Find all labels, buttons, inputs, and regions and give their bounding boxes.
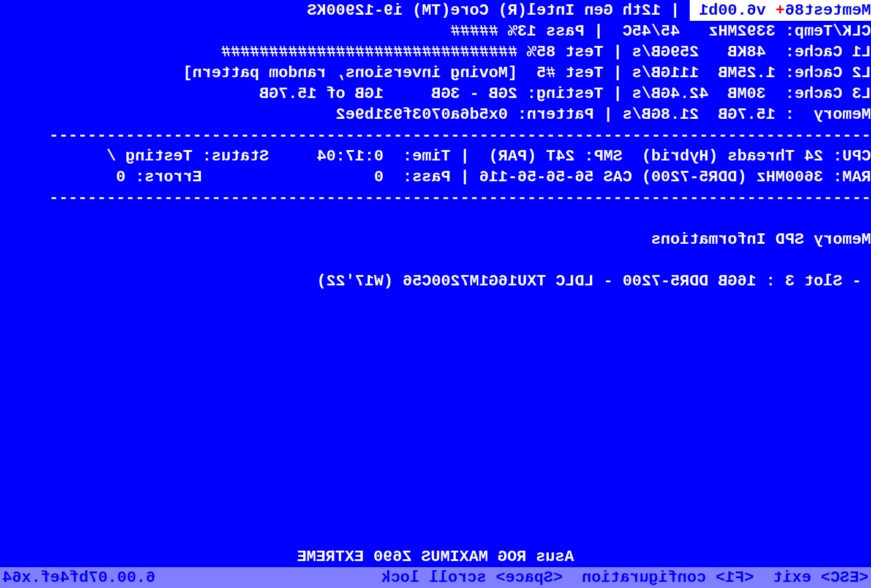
l1-speed: 259GB/s: [632, 43, 699, 61]
footer-shortcuts: <ESC> exit <F1> configuration <Space> sc…: [381, 567, 869, 588]
blank-line: [0, 208, 871, 229]
pass-label: Pass: [546, 22, 584, 40]
memtest-screen: Memtest86+ v6.00b1 | 12th Gen Intel(R) C…: [0, 0, 871, 588]
memory-label: Memory :: [785, 105, 871, 124]
l3-range: 2GB - 3GB: [431, 85, 517, 103]
l1-test-label: Test: [565, 43, 603, 61]
l3-cache-line: L3 Cache: 30MB 42.4GB/s | Testing: 2GB -…: [0, 83, 871, 104]
clk-temp-label: CLK/Temp:: [785, 22, 871, 40]
header-line: Memtest86+ v6.00b1 | 12th Gen Intel(R) C…: [0, 0, 871, 21]
pass-bar: #####: [450, 22, 498, 40]
cpu-name: 12th Gen Intel(R) Core(TM) i9-12900KS: [307, 1, 660, 20]
app-name: Memtest86: [785, 1, 871, 20]
clk-temp-line: CLK/Temp: 3392MHz 45/45C | Pass 13% ####…: [0, 21, 871, 42]
app-version: v6.00b1: [699, 1, 775, 20]
spd-title: Memory SPD Informations: [0, 229, 871, 250]
l3-testing-label: Testing:: [527, 85, 603, 103]
cpu-status-line: CPU: 24 Threads (Hybrid) SMP: 24T (PAR) …: [0, 146, 871, 167]
l2-test-label: Test #5: [537, 64, 603, 82]
l3-speed: 42.4GB/s: [632, 85, 709, 103]
pattern-label: Pattern:: [518, 105, 594, 124]
text-content: Memtest86+ v6.00b1 | 12th Gen Intel(R) C…: [0, 0, 871, 292]
motherboard-line: Asus ROG MAXIMUS Z690 EXTREME: [0, 546, 871, 567]
hr-1: ----------------------------------------…: [0, 125, 871, 146]
ram-status-line: RAM: 3600MHz (DDR5-7200) CAS 56-56-56-11…: [0, 167, 871, 187]
app-title-banner: Memtest86+ v6.00b1: [690, 0, 871, 21]
memory-size: 15.7GB: [718, 105, 775, 124]
l3-label: L3 Cache:: [785, 85, 871, 103]
l3-of: 1GB of 15.7GB: [259, 85, 383, 103]
plus-icon: +: [775, 1, 785, 20]
divider: |: [661, 1, 690, 20]
footer-bar: <ESC> exit <F1> configuration <Space> sc…: [0, 567, 871, 588]
l2-speed: 111GB/s: [632, 64, 699, 82]
l2-label: L2 Cache:: [785, 64, 871, 82]
l1-label: L1 Cache:: [785, 43, 871, 61]
l2-cache-line: L2 Cache: 1.25MB 111GB/s | Test #5 [Movi…: [0, 62, 871, 83]
temp-value: 45/45C: [622, 22, 680, 40]
spd-slot-3: - Slot 3 : 16GB DDR5-7200 - LDLC TXU16G1…: [0, 271, 871, 292]
pattern-value: 0x5d6a0703f931b9e2: [336, 105, 508, 124]
hr-2: ----------------------------------------…: [0, 187, 871, 208]
l1-size: 48KB: [728, 43, 766, 61]
l1-bar: ###############################: [221, 43, 518, 61]
blank-line: [0, 250, 871, 271]
l3-size: 30MB: [728, 85, 766, 103]
clk-value: 3392MHz: [709, 22, 775, 40]
memory-speed: 21.8GB/s: [622, 105, 699, 124]
l2-size: 1.25MB: [718, 64, 775, 82]
l2-test-desc: [Moving inversions, random pattern]: [183, 64, 518, 82]
pass-pct: 13%: [508, 22, 537, 40]
l1-test-pct: 85%: [527, 43, 556, 61]
footer-build: 6.00.07bf4ef.x64: [2, 567, 156, 588]
memory-line: Memory : 15.7GB 21.8GB/s | Pattern: 0x5d…: [0, 104, 871, 125]
l1-cache-line: L1 Cache: 48KB 259GB/s | Test 85% ######…: [0, 42, 871, 62]
